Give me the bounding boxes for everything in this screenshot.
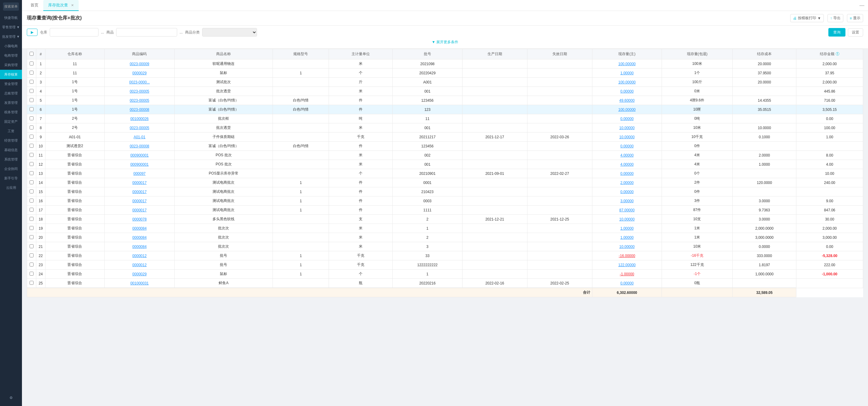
row-checkbox[interactable] (27, 142, 36, 151)
th-batch[interactable]: 批号 (393, 49, 462, 59)
sidebar-item-finance[interactable]: 资金管理 (0, 79, 22, 89)
row-qtymain[interactable]: 0.00000 (592, 114, 661, 123)
warehouse-input[interactable] (50, 28, 98, 37)
row-code[interactable]: 0000017 (104, 187, 175, 197)
row-code[interactable]: 0000084 (104, 233, 175, 242)
row-code[interactable]: 0023-00008 (104, 142, 175, 151)
tab-inventory-batch[interactable]: 库存批次查 ✕ (43, 0, 79, 11)
sidebar-item-ledger[interactable]: 总账管理 (0, 89, 22, 98)
th-expdate[interactable]: 失效日期 (527, 49, 592, 59)
export-button[interactable]: ↑ 导出 (828, 14, 843, 22)
amount-info-icon[interactable]: ① (836, 52, 839, 56)
row-checkbox[interactable] (27, 169, 36, 178)
tab-close-icon[interactable]: ✕ (71, 3, 74, 7)
th-spec[interactable]: 规格型号 (273, 49, 329, 59)
th-proddate[interactable]: 生产日期 (462, 49, 527, 59)
row-checkbox[interactable] (27, 105, 36, 114)
select-all-checkbox[interactable] (30, 52, 34, 56)
row-qtymain[interactable]: 100.00000 (592, 105, 661, 114)
sidebar-item-payroll[interactable]: 工资 (0, 126, 22, 136)
row-code[interactable]: 0023-00005 (104, 96, 175, 105)
row-checkbox[interactable] (27, 261, 36, 270)
row-qtymain[interactable]: 10.00000 (592, 123, 661, 133)
row-code[interactable]: 000097 (104, 169, 175, 178)
row-qtymain[interactable]: 122.00000 (592, 261, 661, 270)
row-qtymain[interactable]: 0.00000 (592, 87, 661, 96)
row-checkbox[interactable] (27, 160, 36, 169)
filter-settings-button[interactable]: 设置 (848, 28, 863, 37)
settings-icon[interactable]: ⚙ (7, 393, 15, 402)
th-qtypkg[interactable]: 现存量(包退) (662, 49, 733, 59)
row-code[interactable]: 0000084 (104, 224, 175, 233)
display-button[interactable]: ≡ 显示 (847, 14, 863, 22)
row-checkbox[interactable] (27, 187, 36, 197)
th-qtymain[interactable]: 现存量(主) (592, 49, 661, 59)
row-code[interactable]: 000900001 (104, 160, 175, 169)
row-checkbox[interactable] (27, 114, 36, 123)
sidebar-item-ecommerce[interactable]: 电商管理 (0, 51, 22, 60)
sidebar-item-management[interactable]: 经营管理 (0, 136, 22, 145)
row-checkbox[interactable] (27, 151, 36, 160)
sidebar-item-tax[interactable]: 税务管理 (0, 107, 22, 117)
sidebar-item-inventory[interactable]: 库存核算 (0, 70, 22, 79)
th-code[interactable]: 商品编码 (104, 49, 175, 59)
row-checkbox[interactable] (27, 224, 36, 233)
row-checkbox[interactable] (27, 242, 36, 251)
row-code[interactable]: 0000012 (104, 261, 175, 270)
row-checkbox[interactable] (27, 206, 36, 215)
print-template-button[interactable]: 🖨 按模板打印 ▼ (790, 14, 824, 22)
sidebar-item-wholesale[interactable]: 批发管理 ▼ (0, 32, 22, 41)
row-qtymain[interactable]: 1.00000 (592, 224, 661, 233)
row-code[interactable]: 0000017 (104, 178, 175, 187)
expand-more-button[interactable]: ▼ 展开更多条件 (27, 38, 863, 46)
product-input[interactable] (116, 28, 177, 37)
row-qtymain[interactable]: 2.00000 (592, 178, 661, 187)
row-code[interactable]: 0023-0000... (104, 78, 175, 87)
row-code[interactable]: 0023-00005 (104, 123, 175, 133)
row-qtymain[interactable]: -1.00000 (592, 270, 661, 279)
sidebar-item-cloud[interactable]: 云应用 (0, 183, 22, 193)
row-code[interactable]: 0000017 (104, 206, 175, 215)
row-code[interactable]: 0000084 (104, 242, 175, 251)
sidebar-item-enterprise[interactable]: 企业协同 (0, 164, 22, 174)
row-qtymain[interactable]: 3.00000 (592, 197, 661, 206)
row-qtymain[interactable]: -16.00000 (592, 251, 661, 261)
row-code[interactable]: 0023-00008 (104, 105, 175, 114)
sidebar-item-invoice[interactable]: 发票管理 (0, 98, 22, 107)
row-code[interactable]: 0000017 (104, 197, 175, 206)
row-code[interactable]: 0000029 (104, 270, 175, 279)
row-checkbox[interactable] (27, 233, 36, 242)
row-qtymain[interactable]: 49.60000 (592, 96, 661, 105)
row-checkbox[interactable] (27, 178, 36, 187)
search-button[interactable]: 查询 (828, 28, 845, 37)
row-code[interactable]: 0023-00009 (104, 59, 175, 69)
row-checkbox[interactable] (27, 133, 36, 142)
row-code[interactable]: A01-01 (104, 133, 175, 142)
sidebar-item-purchase[interactable]: 采购管理 (0, 60, 22, 70)
sidebar-item-xiaonao[interactable]: 小脑电商 (0, 41, 22, 51)
row-checkbox[interactable] (27, 270, 36, 279)
sidebar-item-quicknav[interactable]: 快捷导航 (0, 13, 22, 23)
row-checkbox[interactable] (27, 87, 36, 96)
row-qtymain[interactable]: 4.00000 (592, 151, 661, 160)
row-qtymain[interactable]: 4.00000 (592, 160, 661, 169)
tab-bar-collapse[interactable]: — (860, 3, 864, 8)
row-code[interactable]: 000900001 (104, 151, 175, 160)
th-amount[interactable]: 结存金额 ① (796, 49, 863, 59)
sidebar-item-newuser[interactable]: 新手引导 (0, 174, 22, 183)
row-qtymain[interactable]: 100.00000 (592, 78, 661, 87)
category-select[interactable] (202, 28, 257, 37)
row-checkbox[interactable] (27, 59, 36, 69)
row-qtymain[interactable]: 0.00000 (592, 169, 661, 178)
row-checkbox[interactable] (27, 197, 36, 206)
row-code[interactable]: 0000012 (104, 251, 175, 261)
row-qtymain[interactable]: 1.00000 (592, 69, 661, 78)
row-qtymain[interactable]: 10.00000 (592, 133, 661, 142)
row-qtymain[interactable]: 100.00000 (592, 59, 661, 69)
sidebar-item-system[interactable]: 系统管理 (0, 155, 22, 164)
row-qtymain[interactable]: 1.00000 (592, 233, 661, 242)
row-qtymain[interactable]: 0.00000 (592, 279, 661, 288)
row-qtymain[interactable]: 87.00000 (592, 206, 661, 215)
tab-home[interactable]: 首页 (26, 0, 43, 11)
row-checkbox[interactable] (27, 69, 36, 78)
